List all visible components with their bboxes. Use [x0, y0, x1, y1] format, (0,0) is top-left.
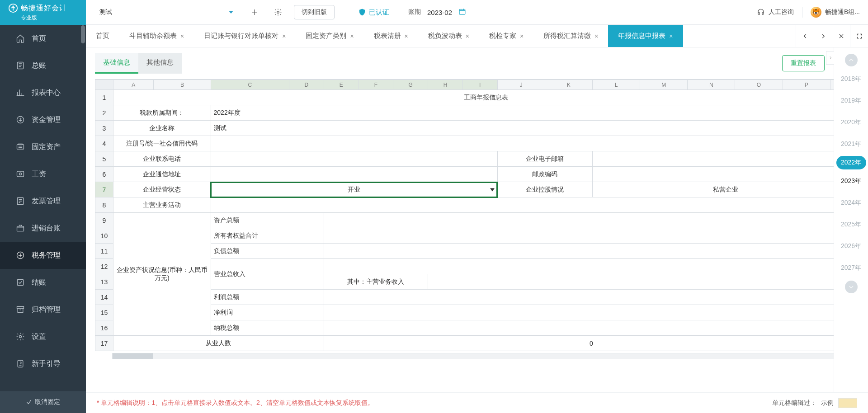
sidebar-item-guide[interactable]: 新手引导	[0, 350, 86, 377]
col-header-A[interactable]: A	[113, 80, 153, 90]
verified-badge[interactable]: 已认证	[358, 8, 389, 17]
row-header[interactable]: 5	[95, 151, 113, 167]
col-header-C[interactable]: C	[211, 80, 289, 90]
cell-period-value[interactable]: 2022年度	[211, 105, 859, 121]
row-header[interactable]: 3	[95, 121, 113, 136]
col-header-M[interactable]: M	[640, 80, 688, 90]
row-header[interactable]: 11	[95, 244, 113, 259]
sidebar-item-tax[interactable]: 税务管理	[0, 242, 86, 269]
col-header-N[interactable]: N	[688, 80, 735, 90]
cell-reg-code-label[interactable]: 注册号/统一社会信用代码	[113, 136, 211, 151]
sidebar-item-funds[interactable]: 资金管理	[0, 106, 86, 133]
horizontal-scroll-thumb[interactable]	[113, 353, 153, 359]
sidebar-item-invoice[interactable]: 发票管理	[0, 188, 86, 215]
cell-status-dropdown[interactable]: 开业	[211, 182, 497, 197]
year-2022年[interactable]: 2022年	[836, 156, 866, 169]
row-header[interactable]: 15	[95, 305, 113, 320]
row-header[interactable]: 8	[95, 197, 113, 213]
col-header-D[interactable]: D	[289, 80, 324, 90]
year-2026年[interactable]: 2026年	[838, 236, 865, 256]
reset-report-button[interactable]: 重置报表	[782, 55, 825, 71]
cell-equity-value[interactable]	[324, 228, 859, 244]
year-scroll-down[interactable]	[845, 281, 858, 293]
year-2020年[interactable]: 2020年	[838, 113, 865, 132]
row-header[interactable]: 9	[95, 213, 113, 228]
col-header-E[interactable]: E	[324, 80, 359, 90]
cell-address-value[interactable]	[211, 167, 497, 182]
year-2021年[interactable]: 2021年	[838, 134, 865, 154]
cell-net-profit-value[interactable]	[324, 305, 859, 320]
cell-employees-label[interactable]: 从业人数	[113, 336, 324, 351]
cell-company-name-value[interactable]: 测试	[211, 121, 859, 136]
sidebar-item-home[interactable]: 首页	[0, 25, 86, 52]
col-header-K[interactable]: K	[545, 80, 592, 90]
tab-8[interactable]: 年报信息申报表×	[608, 25, 683, 47]
cell-revenue-value[interactable]	[324, 259, 859, 274]
cell-zip-value[interactable]	[592, 167, 859, 182]
row-header[interactable]: 10	[95, 228, 113, 244]
sidebar-item-reports[interactable]: 报表中心	[0, 79, 86, 106]
cell-net-profit-label[interactable]: 净利润	[211, 305, 324, 320]
subtab-basic-info[interactable]: 基础信息	[95, 53, 138, 74]
sidebar-item-ledger[interactable]: 总账	[0, 52, 86, 79]
period-value[interactable]: 2023-02	[427, 9, 452, 16]
settings-button[interactable]	[270, 5, 286, 20]
row-header[interactable]: 4	[95, 136, 113, 151]
sidebar-item-settings[interactable]: 设置	[0, 323, 86, 350]
cell-employees-value[interactable]: 0	[324, 336, 859, 351]
tab-7[interactable]: 所得税汇算清缴×	[533, 25, 608, 47]
sidebar-scrollbar[interactable]	[81, 25, 85, 43]
cell-total-assets-value[interactable]	[324, 213, 859, 228]
tab-close-icon[interactable]: ×	[180, 33, 184, 40]
cell-holding-label[interactable]: 企业控股情况	[497, 182, 592, 197]
unpin-sidebar[interactable]: 取消固定	[0, 391, 86, 413]
tab-close-all[interactable]	[832, 25, 850, 47]
row-header[interactable]: 12	[95, 259, 113, 274]
cell-main-biz-value[interactable]	[211, 197, 859, 213]
cell-phone-label[interactable]: 企业联系电话	[113, 151, 211, 167]
year-2025年[interactable]: 2025年	[838, 215, 865, 235]
horizontal-scrollbar[interactable]	[95, 351, 859, 361]
year-2018年[interactable]: 2018年	[838, 69, 865, 89]
user-menu[interactable]: 🐯 畅捷通B组...	[811, 7, 860, 18]
cell-profit-label[interactable]: 利润总额	[211, 290, 324, 305]
year-2024年[interactable]: 2024年	[838, 193, 865, 213]
tab-close-icon[interactable]: ×	[520, 33, 524, 40]
company-select[interactable]: 测试	[94, 4, 239, 20]
cell-main-revenue-label[interactable]: 其中：主营业务收入	[324, 274, 428, 290]
year-2019年[interactable]: 2019年	[838, 91, 865, 111]
cell-period-label[interactable]: 税款所属期间：	[113, 105, 211, 121]
switch-old-version-button[interactable]: 切到旧版	[294, 5, 335, 19]
col-header-H[interactable]: H	[428, 80, 463, 90]
sidebar-item-closing[interactable]: 结账	[0, 269, 86, 296]
tab-6[interactable]: 税检专家×	[479, 25, 533, 47]
tab-2[interactable]: 日记账与银行对账单核对×	[194, 25, 296, 47]
sheet-title[interactable]: 工商年报信息表	[113, 90, 859, 105]
corner-cell[interactable]	[95, 80, 113, 90]
add-button[interactable]	[247, 5, 262, 20]
row-header[interactable]: 14	[95, 290, 113, 305]
tab-close-icon[interactable]: ×	[669, 33, 673, 40]
year-2023年[interactable]: 2023年	[838, 171, 865, 191]
sidebar-item-fixed-assets[interactable]: 固定资产	[0, 133, 86, 160]
tab-close-icon[interactable]: ×	[594, 33, 598, 40]
cell-asset-section-label[interactable]: 企业资产状况信息(币种：人民币万元)	[113, 213, 211, 336]
year-scroll-up[interactable]	[845, 54, 858, 66]
col-header-B[interactable]: B	[154, 80, 211, 90]
col-header-O[interactable]: O	[735, 80, 783, 90]
spreadsheet[interactable]: ABCDEFGHIJKLMNOPQ 1工商年报信息表 2税款所属期间：2022年…	[95, 79, 859, 392]
cell-phone-value[interactable]	[211, 151, 497, 167]
tab-close-icon[interactable]: ×	[405, 33, 408, 40]
cell-liabilities-value[interactable]	[324, 244, 859, 259]
tab-close-icon[interactable]: ×	[350, 33, 354, 40]
human-support[interactable]: 人工咨询	[757, 8, 794, 16]
row-header[interactable]: 13	[95, 274, 113, 290]
year-rail-collapse[interactable]	[826, 51, 834, 65]
row-header[interactable]: 6	[95, 167, 113, 182]
calendar-icon[interactable]	[458, 8, 466, 17]
tab-scroll-right[interactable]	[814, 25, 832, 47]
tab-5[interactable]: 税负波动表×	[418, 25, 479, 47]
cell-equity-label[interactable]: 所有者权益合计	[211, 228, 324, 244]
col-header-P[interactable]: P	[783, 80, 830, 90]
cell-main-biz-label[interactable]: 主营业务活动	[113, 197, 211, 213]
